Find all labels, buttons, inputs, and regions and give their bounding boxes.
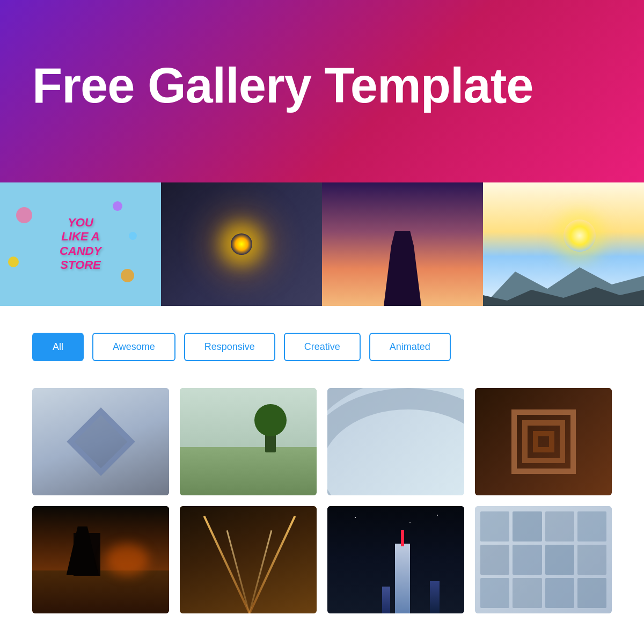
strip-item-silhouette[interactable]	[322, 182, 483, 306]
gallery-item-5[interactable]	[32, 506, 169, 613]
filter-btn-animated[interactable]: Animated	[369, 333, 451, 361]
strip-item-candy[interactable]: YOULIKE ACANDYSTORE	[0, 182, 161, 306]
filter-btn-creative[interactable]: Creative	[284, 333, 361, 361]
hero-title: Free Gallery Template	[32, 58, 533, 113]
strip-item-mountain[interactable]	[483, 182, 644, 306]
hero-banner: Free Gallery Template	[0, 0, 644, 182]
silhouette-person	[384, 231, 421, 306]
filter-btn-all[interactable]: All	[32, 333, 84, 361]
strip-item-sparkler[interactable]	[161, 182, 322, 306]
sparkler-glow	[231, 233, 252, 255]
gallery-item-3[interactable]	[327, 388, 464, 495]
gallery-item-4[interactable]	[475, 388, 612, 495]
strip-gallery: YOULIKE ACANDYSTORE	[0, 182, 644, 306]
gallery-grid	[0, 377, 644, 644]
gallery-item-6[interactable]	[180, 506, 317, 613]
filter-btn-awesome[interactable]: Awesome	[92, 333, 175, 361]
filter-section: All Awesome Responsive Creative Animated	[0, 306, 644, 377]
gallery-item-7[interactable]	[327, 506, 464, 613]
gallery-item-8[interactable]	[475, 506, 612, 613]
filter-btn-responsive[interactable]: Responsive	[184, 333, 275, 361]
gallery-item-2[interactable]	[180, 388, 317, 495]
gallery-item-1[interactable]	[32, 388, 169, 495]
